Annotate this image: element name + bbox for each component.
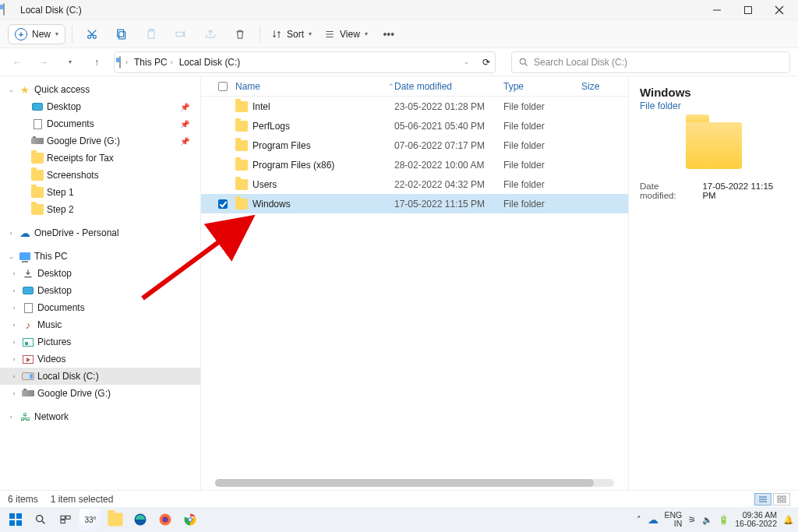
sidebar-item[interactable]: Google Drive (G:)📌 xyxy=(0,132,200,150)
sidebar-this-pc[interactable]: ⌵ This PC xyxy=(0,248,200,265)
sidebar-onedrive[interactable]: › ☁ OneDrive - Personal xyxy=(0,224,200,241)
sidebar-item-label: Screenshots xyxy=(47,170,197,181)
folder-icon xyxy=(235,140,248,151)
view-icon xyxy=(324,29,335,40)
col-date[interactable]: Date modified xyxy=(394,81,503,92)
sidebar-item[interactable]: Step 1 xyxy=(0,184,200,201)
chevron-right-icon[interactable]: › xyxy=(9,322,19,329)
sidebar-item[interactable]: ›Pictures xyxy=(0,333,200,351)
sidebar-item-label: Step 2 xyxy=(47,204,197,215)
sidebar-item[interactable]: Receipts for Tax xyxy=(0,150,200,167)
share-button[interactable] xyxy=(197,23,224,45)
col-size[interactable]: Size xyxy=(581,81,628,92)
sidebar-item[interactable]: ›Documents xyxy=(0,299,200,316)
sidebar-network[interactable]: › 🖧 Network xyxy=(0,408,200,425)
edge-taskbar-button[interactable] xyxy=(129,509,151,530)
widgets-button[interactable]: 33° xyxy=(79,509,101,530)
clock[interactable]: 09:36 AM16-06-2022 xyxy=(735,511,777,528)
chevron-right-icon[interactable]: › xyxy=(9,305,19,312)
desktop-icon xyxy=(31,100,44,113)
new-button[interactable]: + New ▾ xyxy=(8,24,65,44)
copy-button[interactable] xyxy=(108,23,135,45)
task-view-button[interactable] xyxy=(55,509,76,530)
details-view-button[interactable] xyxy=(754,493,772,506)
close-button[interactable] xyxy=(764,0,795,20)
sidebar-item[interactable]: Desktop📌 xyxy=(0,98,200,115)
sidebar-item[interactable]: ›♪Music xyxy=(0,316,200,333)
chrome-taskbar-button[interactable] xyxy=(179,509,201,530)
taskbar-search-button[interactable] xyxy=(30,509,51,530)
refresh-button[interactable]: ⟳ xyxy=(482,57,490,68)
back-button[interactable]: ← xyxy=(8,53,26,72)
start-button[interactable] xyxy=(5,509,26,530)
details-type[interactable]: File folder xyxy=(640,100,787,111)
wifi-icon[interactable]: ⚞ xyxy=(688,515,696,524)
sidebar-item[interactable]: ›Desktop xyxy=(0,282,200,299)
sidebar-item[interactable]: ›Local Disk (C:) xyxy=(0,368,200,385)
crumb-local-disk[interactable]: Local Disk (C:) xyxy=(178,57,242,68)
firefox-taskbar-button[interactable] xyxy=(154,509,176,530)
sidebar-item[interactable]: Step 2 xyxy=(0,201,200,218)
sidebar-quick-access[interactable]: ⌵ ★ Quick access xyxy=(0,81,200,98)
chevron-down-icon[interactable]: ⌵ xyxy=(464,58,468,65)
battery-icon[interactable]: 🔋 xyxy=(719,515,729,525)
star-icon: ★ xyxy=(19,83,31,96)
thumbnails-view-button[interactable] xyxy=(773,493,790,506)
col-type[interactable]: Type xyxy=(503,81,581,92)
forward-button[interactable]: → xyxy=(34,53,53,72)
chevron-down-icon[interactable]: ⌵ xyxy=(6,253,16,260)
up-button[interactable]: ↑ xyxy=(87,53,106,72)
system-tray: ˄ ☁ ENGIN ⚞ 🔈 🔋 09:36 AM16-06-2022 🔔 xyxy=(637,511,793,528)
sidebar-item[interactable]: ›Desktop xyxy=(0,265,200,282)
cut-button[interactable] xyxy=(79,23,105,45)
chevron-right-icon[interactable]: › xyxy=(9,339,19,346)
sort-button[interactable]: Sort ▾ xyxy=(267,26,316,43)
chevron-right-icon[interactable]: › xyxy=(9,390,19,397)
select-all-checkbox[interactable] xyxy=(215,82,231,91)
view-button[interactable]: View ▾ xyxy=(320,26,373,43)
search-input[interactable]: Search Local Disk (C:) xyxy=(511,51,790,73)
table-row[interactable]: Windows17-05-2022 11:15 PMFile folder xyxy=(201,194,628,213)
paste-button[interactable] xyxy=(138,23,164,45)
table-row[interactable]: Users22-02-2022 04:32 PMFile folder xyxy=(201,174,628,194)
chevron-right-icon[interactable]: › xyxy=(9,270,19,277)
row-checkbox[interactable] xyxy=(218,199,228,209)
tray-chevron-icon[interactable]: ˄ xyxy=(637,515,641,524)
crumb-this-pc[interactable]: This PC› xyxy=(132,57,175,68)
column-header: Name⌃ Date modified Type Size xyxy=(201,76,628,97)
chevron-right-icon[interactable]: › xyxy=(9,287,19,294)
nav-bar: ← → ▾ ↑ › This PC› Local Disk (C:) ⌵ ⟳ S… xyxy=(0,48,798,76)
sidebar-item[interactable]: Screenshots xyxy=(0,167,200,184)
rename-button[interactable] xyxy=(168,23,194,45)
chevron-right-icon[interactable]: › xyxy=(6,414,16,421)
chevron-right-icon[interactable]: › xyxy=(9,373,19,380)
table-row[interactable]: Program Files07-06-2022 07:17 PMFile fol… xyxy=(201,136,628,155)
maximize-button[interactable] xyxy=(733,0,764,20)
sidebar-item[interactable]: ›Google Drive (G:) xyxy=(0,385,200,402)
notifications-icon[interactable]: 🔔 xyxy=(783,515,793,525)
chevron-down-icon[interactable]: ⌵ xyxy=(6,86,16,93)
address-bar[interactable]: › This PC› Local Disk (C:) ⌵ ⟳ xyxy=(114,51,496,73)
horizontal-scrollbar[interactable] xyxy=(215,479,614,487)
more-button[interactable]: ••• xyxy=(376,23,402,45)
explorer-taskbar-button[interactable] xyxy=(104,509,126,530)
table-row[interactable]: PerfLogs05-06-2021 05:40 PMFile folder xyxy=(201,116,628,136)
file-date: 17-05-2022 11:15 PM xyxy=(394,199,503,210)
sidebar-item[interactable]: Documents📌 xyxy=(0,115,200,132)
chevron-right-icon[interactable]: › xyxy=(6,230,16,237)
minimize-button[interactable] xyxy=(701,0,733,20)
svg-point-11 xyxy=(520,58,525,64)
recent-button[interactable]: ▾ xyxy=(61,53,79,72)
sidebar-item[interactable]: ›Videos xyxy=(0,351,200,368)
command-bar: + New ▾ Sort ▾ View ▾ ••• xyxy=(0,20,798,48)
svg-point-22 xyxy=(37,516,43,522)
table-row[interactable]: Program Files (x86)28-02-2022 10:00 AMFi… xyxy=(201,155,628,174)
table-row[interactable]: Intel23-05-2022 01:28 PMFile folder xyxy=(201,97,628,116)
language-indicator[interactable]: ENGIN xyxy=(665,511,683,528)
delete-button[interactable] xyxy=(227,23,253,45)
col-name[interactable]: Name⌃ xyxy=(231,81,394,92)
onedrive-tray-icon[interactable]: ☁ xyxy=(648,513,659,526)
volume-icon[interactable]: 🔈 xyxy=(702,515,712,525)
sidebar-item-label: Desktop xyxy=(47,101,177,112)
chevron-right-icon[interactable]: › xyxy=(9,356,19,363)
